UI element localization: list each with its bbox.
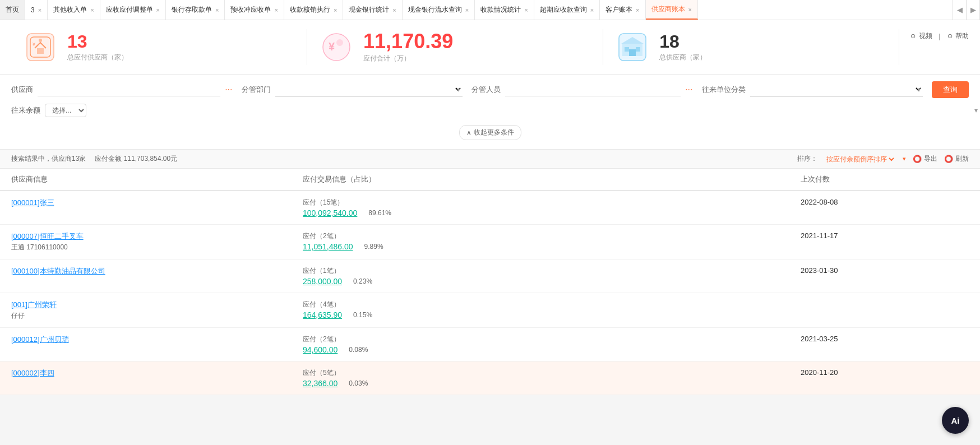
svg-rect-10 — [629, 49, 636, 56]
result-amount-text: 应付金额 111,703,854.00元 — [95, 154, 177, 164]
row1-tx-row: 应付（15笔） — [303, 198, 801, 207]
col-header-transaction: 应付交易信息（占比） — [303, 174, 801, 184]
nav-tab-receipt-stat-label: 收款情况统计 — [480, 5, 521, 15]
close-icon[interactable]: × — [90, 7, 94, 13]
dept-filter-item: 分管部门 ▾ — [242, 82, 463, 97]
svg-point-7 — [336, 39, 343, 46]
chevron-down-icon: ▾ — [917, 86, 921, 94]
nav-tab-ar-ap-adjust[interactable]: 应收应付调整单 × — [100, 0, 166, 20]
nav-tab-customer-book[interactable]: 客户账本 × — [600, 0, 645, 20]
nav-tab-cash-bank-stat[interactable]: 现金银行统计 × — [343, 0, 402, 20]
help-link[interactable]: ⊙ 帮助 — [947, 31, 969, 41]
export-label: 导出 — [924, 154, 937, 164]
row4-transaction-col: 应付（4笔） 164,635.90 0.15% — [303, 300, 801, 319]
close-icon[interactable]: × — [38, 7, 41, 13]
svg-rect-12 — [636, 47, 640, 52]
close-icon[interactable]: × — [465, 7, 469, 13]
refresh-button[interactable]: ⭕ 刷新 — [944, 154, 969, 164]
row6-transaction-col: 应付（5笔） 32,366.00 0.03% — [303, 368, 801, 388]
row2-supplier-name[interactable]: [000007]恒旺二手叉车 — [11, 231, 303, 242]
close-icon[interactable]: × — [392, 7, 396, 13]
row1-amount-row: 100,092,540.00 89.61% — [303, 208, 801, 217]
close-icon[interactable]: × — [156, 7, 160, 13]
ai-button-label: Ai — [951, 416, 960, 425]
row5-tx-amount[interactable]: 94,600.00 — [303, 345, 338, 354]
sort-select[interactable]: 按应付余额倒序排序 按应付余额正序排序 — [824, 155, 896, 164]
close-icon[interactable]: × — [524, 7, 528, 13]
amount-icon: ¥ — [318, 29, 354, 65]
row4-supplier-name[interactable]: [001]广州荣轩 — [11, 300, 303, 310]
collapse-label: 收起更多条件 — [474, 128, 514, 137]
nav-tab-bank-deposit[interactable]: 银行存取款单 × — [166, 0, 225, 20]
ai-button[interactable]: Ai — [942, 407, 969, 434]
card3-label: 总供应商（家） — [659, 53, 706, 62]
table-row: [000012]广州贝瑞 应付（2笔） 94,600.00 0.08% 2021… — [0, 328, 980, 361]
nav-tab-3[interactable]: 3 × — [25, 0, 48, 20]
nav-tab-receipt-verify-label: 收款核销执行 — [290, 5, 330, 15]
nav-tab-home[interactable]: 首页 — [0, 0, 25, 20]
row4-tx-percent: 0.15% — [353, 311, 372, 319]
supplier-icon: ¥ — [22, 29, 58, 65]
row6-tx-amount[interactable]: 32,366.00 — [303, 379, 338, 388]
row5-tx-percent: 0.08% — [349, 346, 368, 354]
close-icon[interactable]: × — [590, 7, 594, 13]
row1-tx-percent: 89.61% — [368, 209, 391, 217]
search-button[interactable]: 查询 — [932, 81, 969, 98]
close-icon[interactable]: × — [274, 7, 278, 13]
nav-tab-supplier-book[interactable]: 供应商账本 × — [646, 0, 698, 20]
row1-tx-amount[interactable]: 100,092,540.00 — [303, 208, 357, 217]
close-icon[interactable]: × — [215, 7, 219, 13]
close-icon[interactable]: × — [636, 7, 639, 13]
nav-tab-other-income[interactable]: 其他收入单 × — [48, 0, 100, 20]
supplier-dots-icon[interactable]: ··· — [225, 85, 232, 95]
nav-arrow-right[interactable]: ▶ — [967, 0, 980, 20]
nav-tab-cash-bank-query-label: 现金银行流水查询 — [408, 5, 462, 15]
svg-point-3 — [39, 39, 42, 42]
svg-point-5 — [323, 34, 350, 61]
row4-supplier-col: [001]广州荣轩 仔仔 — [11, 300, 303, 321]
nav-tab-bank-deposit-label: 银行存取款单 — [172, 5, 212, 15]
row4-tx-amount[interactable]: 164,635.90 — [303, 310, 342, 319]
card1-label: 总应付供应商（家） — [67, 53, 128, 62]
video-link[interactable]: ⊙ 视频 — [910, 31, 932, 41]
category-select[interactable] — [750, 82, 923, 96]
card2-info: 11,170.39 应付合计（万） — [363, 31, 453, 63]
summary-section: ¥ 13 总应付供应商（家） ¥ 11,170.39 应付合计（万） — [0, 20, 980, 75]
chevron-down-icon: ▾ — [974, 106, 978, 114]
summary-card-total-suppliers: 18 总供应商（家） — [603, 29, 899, 65]
row3-supplier-name[interactable]: [000100]本特勤油品有限公司 — [11, 266, 303, 276]
nav-arrow-left[interactable]: ◀ — [953, 0, 967, 20]
row2-tx-amount[interactable]: 11,051,486.00 — [303, 242, 353, 251]
nav-tab-receipt-verify[interactable]: 收款核销执行 × — [284, 0, 343, 20]
svg-rect-11 — [625, 47, 629, 52]
collapse-button[interactable]: ∧ 收起更多条件 — [459, 125, 521, 140]
svg-text:¥: ¥ — [32, 41, 36, 47]
table-row: [000007]恒旺二手叉车 王通 17106110000 应付（2笔） 11,… — [0, 225, 980, 259]
row6-supplier-name[interactable]: [000002]李四 — [11, 368, 303, 378]
nav-tab-receipt-stat[interactable]: 收款情况统计 × — [475, 0, 534, 20]
chevron-down-icon: ▾ — [457, 86, 460, 94]
row1-supplier-name[interactable]: [000001]张三 — [11, 198, 303, 208]
dept-select[interactable] — [275, 82, 463, 96]
result-bar: 搜索结果中，供应商13家 应付金额 111,703,854.00元 排序： 按应… — [0, 150, 980, 169]
row3-last-pay-col: 2023-01-30 — [801, 266, 969, 275]
row4-supplier-sub: 仔仔 — [11, 311, 303, 321]
balance-select[interactable]: 选择... 正余额 负余额 零余额 — [45, 104, 86, 117]
nav-tab-cash-bank-query[interactable]: 现金银行流水查询 × — [403, 0, 475, 20]
nav-tab-overdue-ar[interactable]: 超期应收款查询 × — [534, 0, 600, 20]
svg-text:¥: ¥ — [329, 40, 335, 53]
supplier-input[interactable] — [38, 83, 220, 96]
nav-tab-cash-bank-stat-label: 现金银行统计 — [349, 5, 389, 15]
export-button[interactable]: ⭕ 导出 — [913, 154, 937, 164]
row2-last-pay-col: 2021-11-17 — [801, 231, 969, 240]
row5-supplier-col: [000012]广州贝瑞 — [11, 335, 303, 345]
nav-tab-prepay-ar[interactable]: 预收冲应收单 × — [225, 0, 284, 20]
close-icon[interactable]: × — [688, 6, 692, 13]
person-input[interactable] — [505, 83, 681, 96]
row5-supplier-name[interactable]: [000012]广州贝瑞 — [11, 335, 303, 345]
row3-tx-amount[interactable]: 258,000.00 — [303, 277, 342, 286]
balance-filter-label: 往来余额 — [11, 105, 40, 115]
person-dots-icon[interactable]: ··· — [685, 85, 692, 95]
export-icon: ⭕ — [913, 155, 922, 163]
close-icon[interactable]: × — [334, 7, 337, 13]
